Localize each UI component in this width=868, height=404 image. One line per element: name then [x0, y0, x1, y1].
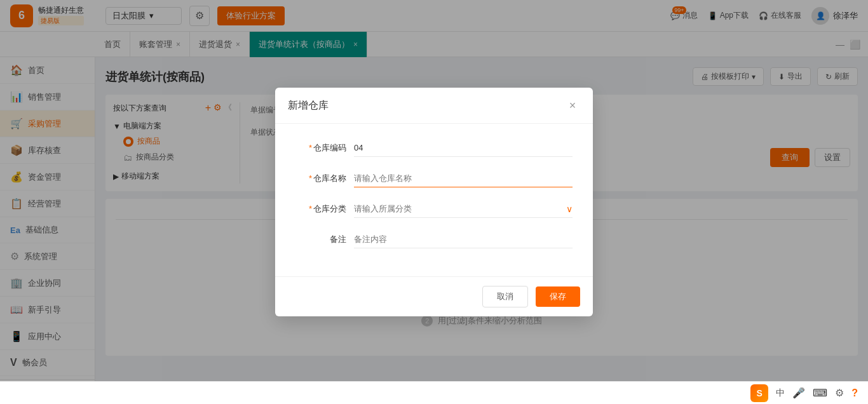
name-required-star: * — [309, 173, 312, 183]
warehouse-remark-row: 备注 — [295, 231, 573, 248]
dialog-body: *仓库编码 *仓库名称 *仓库分类 ∨ — [275, 124, 593, 276]
warehouse-category-select-row[interactable]: ∨ — [354, 200, 573, 218]
code-required-star: * — [309, 143, 312, 152]
dialog-footer: 取消 保存 — [275, 276, 593, 316]
warehouse-code-row: *仓库编码 — [295, 139, 573, 157]
warehouse-category-row: *仓库分类 ∨ — [295, 200, 573, 218]
keyboard-button[interactable]: ⌨ — [813, 387, 827, 399]
dialog-close-button[interactable]: × — [565, 98, 580, 113]
warehouse-name-input[interactable] — [354, 170, 573, 187]
dialog-overlay[interactable]: 新增仓库 × *仓库编码 *仓库名称 *仓库分类 — [0, 0, 868, 404]
bottom-settings-button[interactable]: ⚙ — [835, 387, 844, 399]
bottom-bar: S 中 🎤 ⌨ ⚙ ? — [0, 381, 868, 404]
warehouse-remark-label: 备注 — [295, 234, 346, 245]
dialog-header: 新增仓库 × — [275, 88, 593, 124]
warehouse-name-label: *仓库名称 — [295, 173, 346, 184]
cancel-button[interactable]: 取消 — [482, 286, 528, 307]
category-chevron-icon: ∨ — [566, 204, 573, 214]
category-required-star: * — [309, 204, 312, 213]
s-logo: S — [750, 384, 768, 402]
warehouse-name-row: *仓库名称 — [295, 170, 573, 187]
save-button[interactable]: 保存 — [536, 286, 580, 307]
help-button[interactable]: ? — [851, 387, 858, 399]
dialog-title: 新增仓库 — [288, 99, 329, 112]
warehouse-remark-input[interactable] — [354, 231, 573, 248]
warehouse-category-label: *仓库分类 — [295, 203, 346, 215]
new-warehouse-dialog: 新增仓库 × *仓库编码 *仓库名称 *仓库分类 — [275, 88, 593, 316]
warehouse-category-input[interactable] — [354, 200, 566, 217]
mic-button[interactable]: 🎤 — [792, 387, 805, 399]
warehouse-code-label: *仓库编码 — [295, 142, 346, 154]
warehouse-code-input[interactable] — [354, 139, 573, 157]
chinese-input-btn[interactable]: 中 — [776, 387, 785, 399]
